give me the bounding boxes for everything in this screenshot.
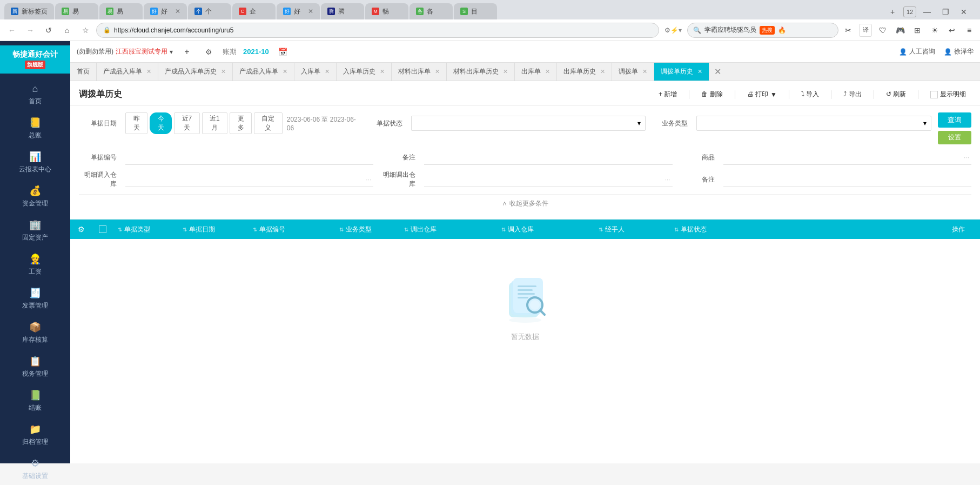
collapse-btn[interactable]: ∧ 收起更多条件 bbox=[79, 194, 971, 212]
tab-count-btn[interactable]: 12 bbox=[903, 6, 916, 17]
nav-tab-out-hist[interactable]: 出库单历史 ✕ bbox=[557, 63, 612, 81]
export-btn[interactable]: ⤴ 导出 bbox=[838, 88, 867, 101]
address-bar[interactable]: 🔒 https://cloud.chanjet.com/accounting/u… bbox=[96, 23, 659, 38]
sidebar-item-settings[interactable]: ⚙ 基础设置 bbox=[0, 452, 70, 485]
tab-5[interactable]: 个 个 bbox=[188, 3, 231, 19]
sun-icon[interactable]: ☀ bbox=[928, 24, 941, 37]
nav-tab-in-close[interactable]: ✕ bbox=[325, 68, 330, 75]
th-gear[interactable]: ⚙ bbox=[70, 221, 92, 238]
sidebar-item-invoice[interactable]: 🧾 发票管理 bbox=[0, 282, 70, 316]
nav-tab-mat-out-hist[interactable]: 材料出库单历史 ✕ bbox=[447, 63, 515, 81]
forward-btn[interactable]: → bbox=[23, 23, 38, 38]
sidebar-item-tax[interactable]: 📋 税务管理 bbox=[0, 350, 70, 384]
window-close-btn[interactable]: ✕ bbox=[956, 4, 971, 19]
biztype-filter-select[interactable]: ▾ bbox=[696, 116, 931, 131]
tab-2[interactable]: 易 易 bbox=[55, 3, 98, 19]
docnum-input[interactable] bbox=[125, 150, 373, 165]
nav-tab-mat-out[interactable]: 材料出库单 ✕ bbox=[392, 63, 447, 81]
print-btn[interactable]: 🖨 打印 ▼ bbox=[742, 88, 782, 101]
th-doc-date[interactable]: ⇅ 单据日期 bbox=[178, 221, 249, 238]
grid-icon[interactable]: ⊞ bbox=[911, 24, 924, 37]
tab-3[interactable]: 易 易 bbox=[99, 3, 143, 19]
back-btn[interactable]: ← bbox=[4, 23, 19, 38]
tab-6[interactable]: C 企 bbox=[232, 3, 276, 19]
nav-tab-in-hist[interactable]: 入库单历史 ✕ bbox=[337, 63, 392, 81]
th-doc-status[interactable]: ⇅ 单据状态 bbox=[670, 221, 937, 238]
window-min-btn[interactable]: — bbox=[919, 4, 935, 19]
settings-btn[interactable]: 设置 bbox=[938, 131, 971, 144]
sidebar-item-ledger[interactable]: 📒 总账 bbox=[0, 111, 70, 145]
nav-tab-out-hist-close[interactable]: ✕ bbox=[600, 68, 605, 75]
nav-tab-out-close[interactable]: ✕ bbox=[545, 68, 550, 75]
nav-tab-transfer-close[interactable]: ✕ bbox=[642, 68, 647, 75]
nav-tab-home[interactable]: 首页 bbox=[70, 63, 97, 81]
th-doc-type[interactable]: ⇅ 单据类型 bbox=[113, 221, 178, 238]
detail-out-picker[interactable]: ··· bbox=[424, 172, 672, 187]
calendar-btn[interactable]: 📅 bbox=[276, 44, 291, 59]
th-out-warehouse[interactable]: ⇅ 调出仓库 bbox=[400, 221, 497, 238]
nav-tab-out[interactable]: 出库单 ✕ bbox=[515, 63, 557, 81]
nav-tab-transfer-hist[interactable]: 调拨单历史 ✕ bbox=[654, 63, 709, 81]
new-btn[interactable]: + 新增 bbox=[653, 88, 682, 101]
reload-btn[interactable]: ↺ bbox=[41, 23, 56, 38]
tab-11[interactable]: S 目 bbox=[454, 3, 497, 19]
date-btn-7days[interactable]: 近7天 bbox=[174, 112, 199, 134]
nav-tab-purchase-in2[interactable]: 产成品入库单 ✕ bbox=[233, 63, 294, 81]
detail-in-picker[interactable]: ··· bbox=[125, 172, 373, 187]
nav-tab-in[interactable]: 入库单 ✕ bbox=[294, 63, 337, 81]
tab-9[interactable]: M 畅 bbox=[365, 3, 408, 19]
display-btn[interactable]: 显示明细 bbox=[925, 88, 971, 101]
refresh-btn[interactable]: ↺ 刷新 bbox=[881, 88, 911, 101]
sidebar-item-closing[interactable]: 📗 结账 bbox=[0, 384, 70, 418]
gamepad-icon[interactable]: 🎮 bbox=[894, 24, 907, 37]
th-doc-num[interactable]: ⇅ 单据编号 bbox=[249, 221, 335, 238]
date-btn-custom[interactable]: 自定义 bbox=[254, 112, 283, 134]
sidebar-item-assets[interactable]: 🏢 固定资产 bbox=[0, 214, 70, 248]
remark-input[interactable] bbox=[424, 150, 672, 165]
search-btn[interactable]: 查询 bbox=[938, 112, 971, 128]
goods-picker[interactable]: ··· bbox=[723, 150, 971, 165]
tab-7[interactable]: 好 好 ✕ bbox=[277, 3, 320, 19]
company-settings-btn[interactable]: ⚙ bbox=[201, 44, 216, 59]
nav-tab-purchase-in-hist-close[interactable]: ✕ bbox=[221, 68, 226, 75]
date-btn-yesterday[interactable]: 昨天 bbox=[125, 112, 147, 134]
sidebar-item-reports[interactable]: 📊 云报表中心 bbox=[0, 145, 70, 180]
nav-tab-purchase-in2-close[interactable]: ✕ bbox=[283, 68, 287, 75]
undo-icon[interactable]: ↩ bbox=[945, 24, 958, 37]
add-company-btn[interactable]: + bbox=[179, 44, 194, 59]
th-biz-type[interactable]: ⇅ 业务类型 bbox=[335, 221, 400, 238]
sidebar-item-salary[interactable]: 👷 工资 bbox=[0, 248, 70, 282]
window-max-btn[interactable]: ❐ bbox=[938, 4, 953, 19]
th-handler[interactable]: ⇅ 经手人 bbox=[594, 221, 670, 238]
tab-close-7[interactable]: ✕ bbox=[308, 8, 313, 15]
company-selector[interactable]: (勿删勿禁用) 江西服宝测试专用 ▾ bbox=[77, 47, 173, 56]
home-btn[interactable]: ⌂ bbox=[59, 23, 75, 38]
remark2-input[interactable] bbox=[723, 172, 971, 187]
nav-tab-in-hist-close[interactable]: ✕ bbox=[380, 68, 385, 75]
sidebar-item-home[interactable]: ⌂ 首页 bbox=[0, 78, 70, 111]
th-check[interactable] bbox=[92, 221, 113, 237]
status-filter-select[interactable]: ▾ bbox=[411, 116, 646, 131]
tab-4[interactable]: 好 好 ✕ bbox=[144, 3, 187, 19]
tab-area-close-btn[interactable]: ✕ bbox=[709, 64, 726, 80]
date-btn-1month[interactable]: 近1月 bbox=[202, 112, 227, 134]
new-tab-btn[interactable]: + bbox=[885, 4, 900, 19]
th-in-warehouse[interactable]: ⇅ 调入仓库 bbox=[497, 221, 594, 238]
nav-tab-mat-out-hist-close[interactable]: ✕ bbox=[503, 68, 508, 75]
tab-8[interactable]: 腾 腾 bbox=[321, 3, 364, 19]
nav-tab-mat-out-close[interactable]: ✕ bbox=[435, 68, 440, 75]
tab-10[interactable]: 各 各 bbox=[410, 3, 453, 19]
delete-btn[interactable]: 🗑 删除 bbox=[696, 88, 728, 101]
search-bar[interactable]: 🔍 学霸应聘场驱鸟员 热搜 🔥 bbox=[687, 23, 838, 38]
date-btn-more[interactable]: 更多 bbox=[230, 112, 252, 134]
customer-service-btn[interactable]: 👤 人工咨询 bbox=[899, 47, 935, 56]
sidebar-item-archive[interactable]: 📁 归档管理 bbox=[0, 418, 70, 452]
tab-1[interactable]: 新 新标签页 bbox=[4, 3, 54, 19]
user-avatar[interactable]: 👤 徐泽华 bbox=[944, 47, 974, 56]
nav-tab-purchase-in[interactable]: 产成品入库单 ✕ bbox=[97, 63, 158, 81]
date-btn-today[interactable]: 今天 bbox=[150, 112, 172, 134]
bookmark-btn[interactable]: ☆ bbox=[78, 23, 93, 38]
nav-tab-transfer[interactable]: 调拨单 ✕ bbox=[612, 63, 654, 81]
nav-tab-transfer-hist-close[interactable]: ✕ bbox=[697, 68, 702, 75]
tab-close-4[interactable]: ✕ bbox=[175, 8, 180, 15]
